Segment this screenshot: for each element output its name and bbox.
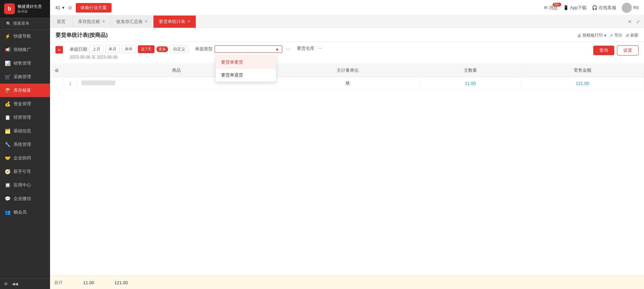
sidebar-bottom: ⚙ ◀◀ [0, 279, 50, 289]
amount-link[interactable]: 121.00 [576, 81, 589, 86]
tab-bar: 首页 库存批次账 ✕ 收发存汇总表 ✕ 要货单统计表 ✕ ✕ ⤢ [50, 16, 644, 28]
column-settings-icon: ⚙ [55, 68, 59, 73]
enterprise-wechat-icon: 💬 [4, 195, 11, 202]
sidebar-item-quick-nav[interactable]: ⚡ 快捷导航 [0, 29, 50, 43]
member-icon: 👥 [4, 209, 11, 216]
filter-date-range: 2023-05-06 至 2023-06-06 [70, 54, 188, 60]
refresh-label: 刷新 [630, 32, 639, 38]
th-settings[interactable]: ⚙ [50, 64, 64, 77]
settings-icon[interactable]: ⚙ [68, 5, 72, 10]
tab-close-icon[interactable]: ✕ [145, 19, 148, 24]
tab-close-icon[interactable]: ✕ [102, 19, 105, 24]
filter-this-month-btn[interactable]: 本月 [105, 45, 120, 53]
filter-prev-month-btn[interactable]: 上月 [89, 45, 103, 53]
sidebar-item-marketing[interactable]: 📢 营销推广 [0, 43, 50, 57]
online-service-label: 在线客服 [599, 5, 616, 11]
tab-inventory-batch[interactable]: 库存批次账 ✕ [73, 16, 111, 28]
sidebar-item-enterprise-wechat[interactable]: 💬 企业微信 [0, 192, 50, 205]
user-name: Rit [633, 5, 639, 10]
sidebar-search[interactable]: 🔍 搜索菜单 [0, 18, 50, 29]
filter-expand-button[interactable]: » [55, 46, 63, 53]
app-download-button[interactable]: 📱 App下载 [563, 5, 587, 11]
guide-icon: 🧭 [4, 168, 11, 175]
footer-quantity: 11.00 [83, 280, 94, 285]
dropdown-item-return[interactable]: 要货单退货 [216, 69, 276, 82]
sidebar-item-label: 企业协同 [14, 155, 31, 161]
avatar [622, 3, 632, 13]
user-profile[interactable]: Rit [622, 3, 639, 13]
td-index: 1 [64, 77, 77, 90]
dropdown-item-order[interactable]: 要货单要货 [216, 56, 276, 69]
enterprise-icon: 🤝 [4, 155, 11, 161]
basic-info-icon: 🗂️ [4, 128, 11, 134]
th-amount: 零售金额 [521, 64, 644, 77]
query-button[interactable]: 查询 [593, 46, 614, 55]
table-row: 1 块 11.00 121.00 [50, 77, 644, 90]
sidebar-collapse-button[interactable]: ◀◀ [12, 282, 18, 286]
sidebar-item-label: 畅会员 [14, 209, 27, 215]
filter-custom-btn[interactable]: 自定义 [170, 45, 188, 53]
filter-more-btn[interactable]: 更多 [157, 46, 168, 52]
sidebar-item-guide[interactable]: 🧭 新手引导 [0, 165, 50, 178]
tab-inventory-batch-label: 库存批次账 [78, 19, 100, 25]
search-icon: 🔍 [6, 21, 11, 26]
sidebar-item-system[interactable]: 🔧 系统管理 [0, 138, 50, 151]
sidebar-item-label: 新手引导 [14, 169, 31, 175]
quantity-link[interactable]: 11.00 [465, 81, 476, 86]
main-area: 41 ▾ ⚙ 体验行业方案 ✉ 消息 99+ 📱 App下载 🎧 在线客服 R [50, 0, 644, 289]
tab-expand-icon[interactable]: ⤢ [635, 19, 641, 24]
refresh-icon: ↺ [626, 33, 629, 38]
online-service-button[interactable]: 🎧 在线客服 [592, 5, 616, 11]
sidebar-item-operations[interactable]: 📋 经营管理 [0, 111, 50, 124]
sidebar-item-basic-info[interactable]: 🗂️ 基础信息 [0, 124, 50, 138]
sidebar-item-member[interactable]: 👥 畅会员 [0, 205, 50, 219]
message-icon: ✉ [544, 5, 548, 10]
sidebar-item-label: 库存核算 [14, 87, 31, 93]
trial-button[interactable]: 体验行业方案 [76, 3, 112, 13]
sidebar-item-app-center[interactable]: 🔲 应用中心 [0, 178, 50, 192]
inventory-icon: 📦 [4, 87, 11, 94]
company-selector[interactable]: 41 ▾ [55, 5, 65, 10]
tab-close-icon[interactable]: ✕ [187, 19, 190, 24]
tab-home[interactable]: 首页 [50, 16, 73, 28]
sidebar-item-enterprise[interactable]: 🤝 企业协同 [0, 151, 50, 165]
sidebar: b 畅捷通好生意 标准版 🔍 搜索菜单 ⚡ 快捷导航 📢 营销推广 📊 销售管理… [0, 0, 50, 289]
export-button[interactable]: ↗ 导出 [610, 32, 622, 38]
print-icon: 🖨 [577, 33, 581, 38]
top-header: 41 ▾ ⚙ 体验行业方案 ✉ 消息 99+ 📱 App下载 🎧 在线客服 R [50, 0, 644, 16]
sidebar-item-label: 系统管理 [14, 141, 31, 148]
sidebar-item-label: 采购管理 [14, 74, 31, 80]
table-footer: 合计 11.00 121.00 [50, 276, 644, 289]
page-header: 要货单统计表(按商品) 🖨 按模板打印 ▾ ↗ 导出 ↺ 刷新 [50, 28, 644, 42]
settings-button[interactable]: 设置 [617, 45, 639, 55]
sidebar-item-sales[interactable]: 📊 销售管理 [0, 57, 50, 70]
messages-badge: 99+ [553, 3, 561, 6]
refresh-button[interactable]: ↺ 刷新 [626, 32, 639, 38]
tab-receipt-summary[interactable]: 收发存汇总表 ✕ [111, 16, 153, 28]
sidebar-item-inventory[interactable]: 📦 库存核算 [0, 84, 50, 97]
print-button[interactable]: 🖨 按模板打印 ▾ [577, 32, 606, 38]
print-dropdown-icon: ▾ [604, 33, 606, 38]
filter-recent-7days-btn[interactable]: 近7天 [138, 45, 154, 53]
messages-button[interactable]: ✉ 消息 99+ [544, 5, 558, 11]
filter-more-options-icon[interactable]: ··· [286, 46, 290, 52]
sidebar-item-label: 资金管理 [14, 101, 31, 107]
sidebar-item-finance[interactable]: 💰 资金管理 [0, 97, 50, 111]
sidebar-item-label: 经营管理 [14, 114, 31, 120]
print-label: 按模板打印 [582, 32, 603, 38]
filter-this-year-btn[interactable]: 本年 [122, 45, 136, 53]
sidebar-item-purchase[interactable]: 🛒 采购管理 [0, 70, 50, 84]
page-actions: 🖨 按模板打印 ▾ ↗ 导出 ↺ 刷新 [577, 32, 639, 38]
type-label: 单据类型 [195, 46, 213, 52]
type-dropdown: 要货单要货 要货单退货 [215, 55, 276, 82]
type-select-input[interactable]: ▲ [215, 45, 282, 53]
sidebar-item-label: 销售管理 [14, 60, 31, 66]
warehouse-more-icon[interactable]: ··· [318, 45, 322, 51]
data-table: ⚙ 商品 主计量单位 主数量 零售金额 1 [50, 64, 644, 90]
th-unit: 主计量单位 [276, 64, 420, 77]
footer-label: 合计 [54, 280, 63, 286]
td-amount: 121.00 [521, 77, 644, 90]
tab-requisition-stat[interactable]: 要货单统计表 ✕ [153, 16, 196, 28]
tab-close-all-icon[interactable]: ✕ [626, 19, 633, 24]
sidebar-settings-button[interactable]: ⚙ [4, 282, 8, 286]
